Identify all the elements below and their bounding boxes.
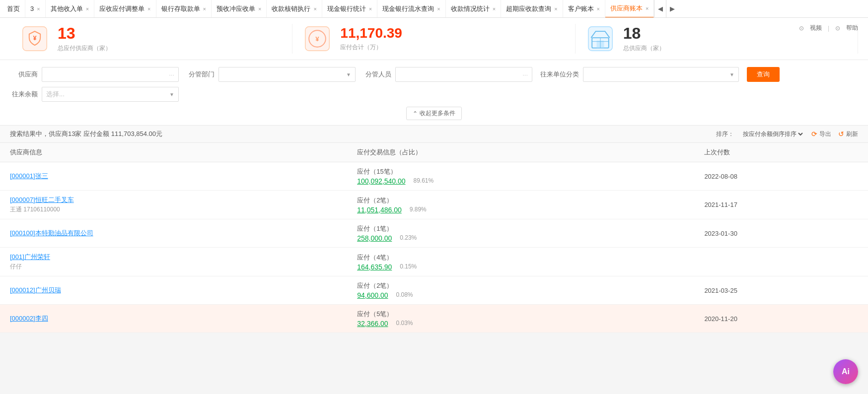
close-icon[interactable]: × bbox=[86, 6, 89, 12]
supplier-cell: [000012]广州贝瑞 bbox=[0, 276, 347, 305]
chevron-up-icon: ⌃ bbox=[413, 110, 418, 117]
tx-label: 应付（2笔） bbox=[357, 196, 684, 205]
dots-icon: ··· bbox=[169, 71, 174, 78]
result-bar: 搜索结果中，供应商13家 应付金额 111,703,854.00元 排序： 按应… bbox=[0, 126, 868, 143]
nav-other-income[interactable]: 其他收入单 × bbox=[46, 0, 94, 18]
payable-total-amount: 11,170.39 bbox=[340, 26, 402, 41]
filter-category: 往来单位分类 ▼ bbox=[540, 67, 739, 82]
filter-row-2: 往来余额 选择... ▼ bbox=[10, 87, 858, 102]
last-date: 2021-11-17 bbox=[704, 201, 737, 208]
close-icon[interactable]: × bbox=[493, 6, 496, 12]
tx-label: 应付（15笔） bbox=[357, 167, 684, 176]
close-icon[interactable]: × bbox=[369, 6, 372, 12]
table-header: 供应商信息 应付交易信息（占比） 上次付数 bbox=[0, 143, 868, 162]
supplier-table: 供应商信息 应付交易信息（占比） 上次付数 [000001]张三应付（15笔）1… bbox=[0, 143, 868, 333]
payable-suppliers-count: 13 bbox=[58, 25, 111, 42]
supplier-link[interactable]: [000002]李四 bbox=[10, 315, 48, 322]
close-icon[interactable]: × bbox=[437, 6, 440, 12]
chevron-down-icon: ▼ bbox=[346, 72, 351, 77]
col-header-tx: 应付交易信息（占比） bbox=[347, 143, 694, 162]
tx-label: 应付（2笔） bbox=[357, 281, 684, 290]
nav-supplier-account[interactable]: 供应商账本 × bbox=[605, 0, 654, 18]
nav-receipt-exec[interactable]: 收款核销执行 × bbox=[267, 0, 322, 18]
nav-item-3[interactable]: 3 × bbox=[25, 0, 46, 18]
last-date: 2020-11-20 bbox=[704, 315, 737, 323]
result-text: 搜索结果中，供应商13家 应付金额 111,703,854.00元 bbox=[10, 130, 162, 138]
tx-percent: 0.03% bbox=[396, 320, 413, 327]
supplier-link[interactable]: [001]广州荣轩 bbox=[10, 253, 50, 261]
tx-percent: 9.89% bbox=[410, 206, 427, 213]
nav-ar-ap-adjust[interactable]: 应收应付调整单 × bbox=[94, 0, 156, 18]
payable-suppliers-label: 总应付供应商（家） bbox=[58, 44, 111, 53]
video-link[interactable]: 视频 bbox=[810, 24, 822, 32]
tx-amount[interactable]: 94,600.00 bbox=[357, 291, 388, 299]
total-suppliers-count: 18 bbox=[623, 25, 665, 42]
tx-amount[interactable]: 258,000.00 bbox=[357, 234, 392, 242]
category-label: 往来单位分类 bbox=[540, 70, 579, 79]
query-button[interactable]: 查询 bbox=[747, 67, 780, 82]
tx-amount[interactable]: 32,366.00 bbox=[357, 320, 388, 328]
filter-supplier: 供应商 ··· bbox=[10, 67, 179, 82]
close-icon[interactable]: × bbox=[554, 6, 557, 12]
nav-overdue-ar[interactable]: 超期应收款查询 × bbox=[501, 0, 563, 18]
nav-advance-clear[interactable]: 预收冲应收单 × bbox=[212, 0, 267, 18]
table-row: [000100]本特勤油品有限公司应付（1笔）258,000.000.23%20… bbox=[0, 219, 868, 248]
close-icon[interactable]: × bbox=[258, 6, 261, 12]
close-icon[interactable]: × bbox=[203, 6, 206, 12]
nav-customer-account[interactable]: 客户账本 × bbox=[563, 0, 605, 18]
tx-amount[interactable]: 11,051,486.00 bbox=[357, 206, 402, 214]
table-row: [000012]广州贝瑞应付（2笔）94,600.000.08%2021-03-… bbox=[0, 276, 868, 305]
nav-cash-bank-stat[interactable]: 现金银行统计 × bbox=[322, 0, 377, 18]
tx-amount[interactable]: 164,635.90 bbox=[357, 263, 392, 271]
close-icon[interactable]: × bbox=[147, 6, 150, 12]
refresh-action[interactable]: ↺ 刷新 bbox=[838, 130, 858, 138]
top-navigation: 首页 3 × 其他收入单 × 应收应付调整单 × 银行存取款单 × 预收冲应收单… bbox=[0, 0, 868, 18]
tx-cell: 应付（15笔）100,092,540.0089.61% bbox=[347, 162, 694, 191]
close-icon[interactable]: × bbox=[313, 6, 316, 12]
collapse-button[interactable]: ⌃ 收起更多条件 bbox=[406, 107, 462, 120]
person-label: 分管人员 bbox=[363, 70, 391, 79]
nav-home[interactable]: 首页 bbox=[2, 0, 25, 18]
header-stats: ¥ 13 总应付供应商（家） ¥ 11,170.39 应付合计（万） bbox=[0, 18, 868, 60]
nav-next-arrow[interactable]: ▶ bbox=[666, 0, 678, 18]
last-date-cell bbox=[694, 248, 868, 276]
person-input[interactable]: ··· bbox=[395, 67, 532, 82]
tx-percent: 0.15% bbox=[400, 263, 417, 270]
balance-input[interactable]: 选择... ▼ bbox=[42, 87, 179, 102]
svg-text:¥: ¥ bbox=[316, 35, 320, 43]
supplier-link[interactable]: [000100]本特勤油品有限公司 bbox=[10, 229, 93, 237]
supplier-link[interactable]: [000001]张三 bbox=[10, 172, 48, 180]
nav-receipt-stat[interactable]: 收款情况统计 × bbox=[446, 0, 501, 18]
tx-cell: 应付（1笔）258,000.000.23% bbox=[347, 219, 694, 248]
category-input[interactable]: ▼ bbox=[583, 67, 739, 82]
supplier-link[interactable]: [000012]广州贝瑞 bbox=[10, 286, 61, 294]
filter-dept: 分管部门 ▼ bbox=[187, 67, 356, 82]
supplier-input[interactable]: ··· bbox=[42, 67, 179, 82]
sort-select[interactable]: 按应付余额倒序排序 bbox=[741, 130, 804, 138]
supplier-cell: [000100]本特勤油品有限公司 bbox=[0, 219, 347, 248]
export-action[interactable]: ⟳ 导出 bbox=[811, 130, 831, 138]
collapse-row: ⌃ 收起更多条件 bbox=[10, 107, 858, 120]
nav-cash-bank-flow[interactable]: 现金银行流水查询 × bbox=[377, 0, 445, 18]
tx-amount[interactable]: 100,092,540.00 bbox=[357, 177, 405, 185]
help-link[interactable]: 帮助 bbox=[846, 24, 858, 32]
close-icon[interactable]: × bbox=[37, 6, 40, 12]
last-date-cell: 2023-01-30 bbox=[694, 219, 868, 248]
tx-percent: 0.08% bbox=[396, 291, 413, 298]
last-date-cell: 2022-08-08 bbox=[694, 162, 868, 191]
last-date: 2023-01-30 bbox=[704, 230, 737, 237]
table-row: [000001]张三应付（15笔）100,092,540.0089.61%202… bbox=[0, 162, 868, 191]
supplier-cell: [000001]张三 bbox=[0, 162, 347, 191]
nav-bank-deposit[interactable]: 银行存取款单 × bbox=[156, 0, 212, 18]
dept-input[interactable]: ▼ bbox=[218, 67, 356, 82]
filter-person: 分管人员 ··· bbox=[363, 67, 532, 82]
header-actions: ⊙ 视频 | ⊙ 帮助 bbox=[799, 24, 858, 32]
table-body: [000001]张三应付（15笔）100,092,540.0089.61%202… bbox=[0, 162, 868, 333]
supplier-link[interactable]: [000007]恒旺二手叉车 bbox=[10, 196, 74, 203]
close-icon[interactable]: × bbox=[646, 5, 649, 11]
stat-block-suppliers-payable: ¥ 13 总应付供应商（家） bbox=[10, 24, 292, 54]
nav-prev-arrow[interactable]: ◀ bbox=[654, 0, 666, 18]
tx-cell: 应付（2笔）94,600.000.08% bbox=[347, 276, 694, 305]
close-icon[interactable]: × bbox=[597, 6, 600, 12]
tx-percent: 0.23% bbox=[400, 234, 417, 241]
